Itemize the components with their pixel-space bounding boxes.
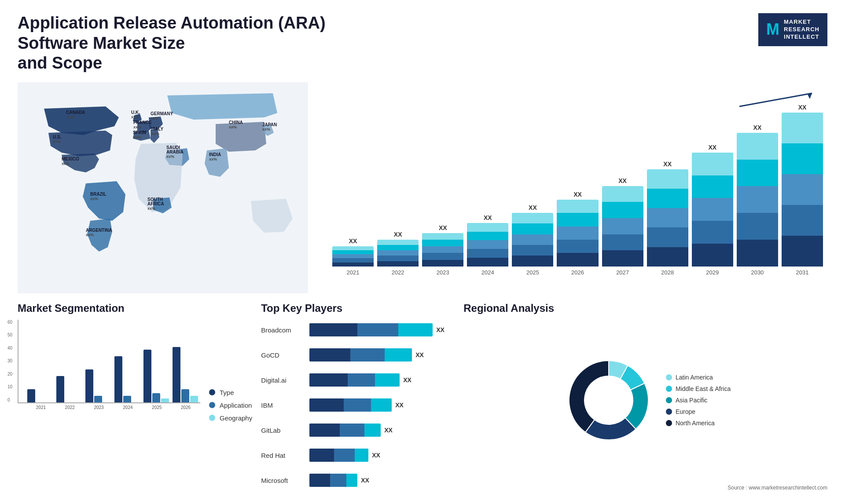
bottom-section: Market Segmentation 01020304050602021202…	[18, 302, 827, 491]
player-bar-seg2	[348, 373, 375, 387]
player-bar-seg2	[350, 348, 385, 362]
bar-segment	[647, 208, 688, 227]
regional-legend-item: Middle East & Africa	[666, 385, 731, 392]
svg-text:MEXICO: MEXICO	[62, 157, 79, 161]
svg-text:xx%: xx%	[209, 157, 217, 161]
svg-text:xx%: xx%	[86, 233, 94, 237]
player-bar-container: XX	[309, 323, 455, 336]
player-row: GitLabXX	[261, 424, 455, 437]
svg-text:AFRICA: AFRICA	[147, 201, 164, 206]
svg-text:xx%: xx%	[151, 116, 158, 121]
svg-text:CHINA: CHINA	[229, 120, 243, 125]
player-row: Digital.aiXX	[261, 373, 455, 387]
bar-segment	[377, 245, 419, 250]
bar-stack	[737, 133, 778, 267]
bar-year-label: 2028	[661, 269, 674, 276]
bar-top-label: XX	[394, 231, 402, 238]
regional-legend-item: North America	[666, 420, 731, 427]
svg-text:GERMANY: GERMANY	[151, 111, 173, 116]
legend-label: Geography	[220, 414, 252, 422]
svg-text:SPAIN: SPAIN	[133, 130, 146, 135]
bar-segment	[692, 198, 733, 221]
player-bar	[309, 474, 357, 487]
legend-label: Type	[220, 389, 234, 396]
bar-year-label: 2021	[347, 269, 360, 276]
seg-chart-container: 0102030405060202120222023202420252026 Ty…	[18, 320, 252, 491]
logo-line3: INTELLECT	[784, 33, 819, 41]
regional-legend-label: Asia Pacific	[676, 397, 707, 404]
source-text: Source : www.marketresearchintellect.com	[463, 485, 827, 491]
bar-segment	[647, 227, 688, 247]
svg-text:FRANCE: FRANCE	[133, 120, 152, 125]
seg-bar-segment	[56, 376, 64, 402]
legend-dot	[209, 389, 215, 395]
bar-group: XX2027	[602, 177, 643, 276]
bar-segment	[557, 240, 598, 253]
seg-bar-group	[27, 389, 53, 402]
player-bar-container: XX	[309, 373, 455, 387]
top-section: CANADA xx% U.S. xx% MEXICO xx% BRAZIL xx…	[18, 82, 827, 293]
legend-item: Geography	[209, 414, 252, 422]
logo-line1: MARKET	[784, 18, 819, 26]
player-bar	[309, 323, 433, 336]
player-xx-label: XX	[436, 326, 445, 333]
bar-top-label: XX	[439, 224, 447, 231]
bar-segment	[647, 189, 688, 208]
bar-segment	[782, 174, 823, 205]
bar-top-label: XX	[663, 161, 672, 168]
bar-segment	[557, 200, 598, 213]
seg-legend: Type Application Geography	[209, 320, 252, 491]
bar-year-label: 2031	[796, 269, 809, 276]
svg-text:xx%: xx%	[131, 115, 139, 119]
x-axis-label: 2026	[181, 405, 191, 410]
seg-bar-group	[173, 347, 198, 402]
player-bar-seg3	[385, 348, 412, 362]
bar-group: XX2026	[557, 191, 598, 276]
bar-year-label: 2025	[526, 269, 539, 276]
bar-group: XX2024	[467, 214, 508, 276]
player-name: Digital.ai	[261, 376, 305, 384]
bar-segment	[377, 261, 419, 267]
bar-segment	[602, 250, 643, 267]
seg-bar-segment	[85, 369, 93, 402]
bar-year-label: 2027	[616, 269, 629, 276]
player-name: IBM	[261, 402, 305, 409]
player-bar-seg3	[371, 398, 392, 412]
bar-segment	[332, 254, 374, 258]
legend-dot	[209, 415, 215, 421]
player-bar-seg2	[344, 398, 371, 412]
seg-bar-segment	[114, 356, 122, 402]
bar-segment	[467, 232, 508, 241]
player-name: GoCD	[261, 351, 305, 359]
player-bar	[309, 424, 381, 437]
svg-text:xx%: xx%	[53, 139, 61, 144]
bar-segment	[377, 250, 419, 256]
bar-segment	[512, 256, 553, 266]
svg-text:U.K.: U.K.	[131, 110, 140, 115]
seg-bar-segment	[190, 396, 198, 402]
bar-segment	[557, 213, 598, 226]
player-bar-seg1	[309, 449, 334, 462]
regional-dot	[666, 397, 672, 403]
seg-bar-group	[85, 369, 111, 402]
regional-legend-label: North America	[676, 420, 715, 427]
bar-stack	[377, 240, 419, 267]
bar-segment	[647, 247, 688, 267]
legend-item: Application	[209, 402, 252, 409]
bar-segment	[602, 218, 643, 234]
bar-chart-area: XX2021XX2022XX2023XX2024XX2025XX2026XX20…	[317, 82, 827, 293]
bar-stack	[512, 213, 553, 267]
bar-segment	[782, 113, 823, 143]
player-row: GoCDXX	[261, 348, 455, 362]
regional-legend-label: Middle East & Africa	[676, 385, 731, 392]
bar-segment	[737, 213, 778, 240]
svg-text:CANADA: CANADA	[66, 110, 85, 115]
bar-stack	[782, 113, 823, 267]
player-row: BroadcomXX	[261, 323, 455, 336]
svg-text:xx%: xx%	[133, 125, 141, 129]
seg-bar-segment	[161, 398, 169, 402]
logo-letter: M	[766, 20, 779, 39]
bar-segment	[557, 226, 598, 240]
bar-segment	[332, 263, 374, 267]
regional-dot	[666, 386, 672, 392]
